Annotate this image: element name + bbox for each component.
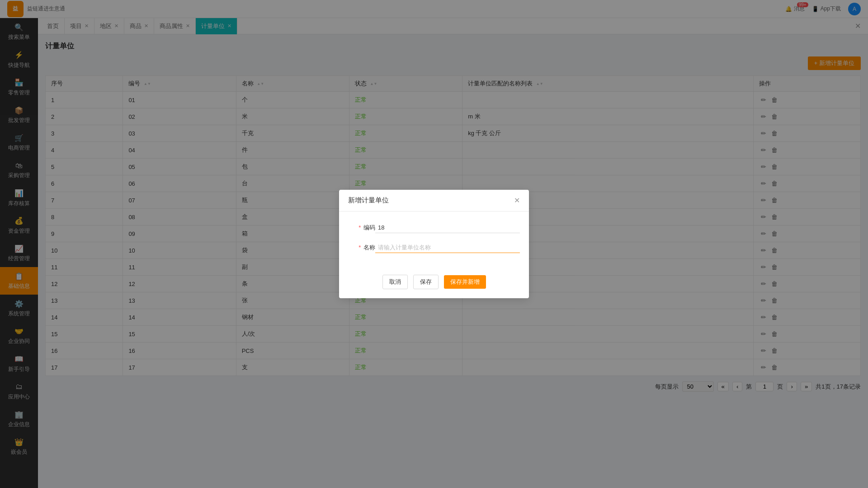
cancel-button[interactable]: 取消	[382, 275, 408, 289]
name-input[interactable]	[375, 242, 520, 253]
modal-body: * 编码 * 名称	[339, 211, 529, 269]
modal-title: 新增计量单位	[348, 196, 389, 205]
form-row-code: * 编码	[348, 222, 520, 233]
name-required-mark: *	[359, 244, 361, 251]
modal-footer: 取消 保存 保存并新增	[339, 269, 529, 298]
save-and-new-button[interactable]: 保存并新增	[444, 275, 486, 289]
save-button[interactable]: 保存	[413, 275, 439, 289]
form-row-name: * 名称	[348, 242, 520, 253]
modal-close-button[interactable]: ✕	[514, 196, 520, 205]
code-input[interactable]	[375, 222, 520, 233]
modal-header: 新增计量单位 ✕	[339, 190, 529, 211]
code-label: * 编码	[348, 224, 375, 232]
modal-overlay: 新增计量单位 ✕ * 编码 * 名称 取消 保存 保存并新增	[0, 0, 868, 488]
name-label: * 名称	[348, 244, 375, 252]
modal-box: 新增计量单位 ✕ * 编码 * 名称 取消 保存 保存并新增	[339, 190, 529, 298]
code-required-mark: *	[359, 224, 361, 231]
